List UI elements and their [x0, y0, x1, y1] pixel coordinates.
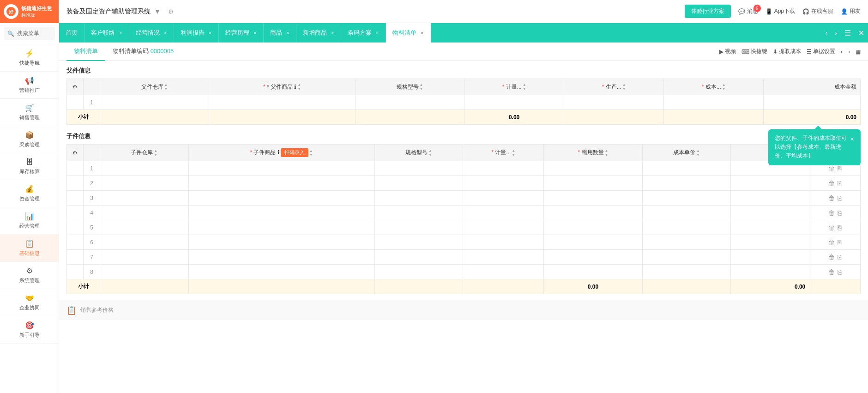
child-warehouse-1[interactable] — [100, 161, 189, 176]
delete-icon-6[interactable]: 🗑 — [828, 239, 835, 246]
parent-unit-cell[interactable] — [464, 95, 564, 110]
tab-bom-close[interactable]: ✕ — [420, 30, 424, 36]
tab-barcode-close[interactable]: ✕ — [375, 30, 379, 36]
sub-tab-bom-list[interactable]: 物料清单 — [66, 42, 105, 61]
sidebar-item-enterprise[interactable]: 🤝 企业协同 — [0, 289, 59, 316]
child-unit-cost-1[interactable] — [642, 161, 731, 176]
child-product-2[interactable] — [188, 176, 374, 191]
child-warehouse-2[interactable] — [100, 176, 189, 191]
search-menu-button[interactable]: 🔍 搜索菜单 — [4, 27, 55, 40]
copy-icon-4[interactable]: ⎘ — [838, 209, 841, 217]
single-settings-icon: ☰ — [807, 48, 812, 55]
sidebar-item-marketing[interactable]: 📢 营销推广 — [0, 72, 59, 99]
sub-tab-bom-code[interactable]: 物料清单编码 0000005 — [105, 42, 181, 61]
shortcut-action[interactable]: ⌨ 快捷键 — [741, 48, 767, 55]
delete-icon-4[interactable]: 🗑 — [828, 209, 835, 217]
tab-home[interactable]: 首页 — [59, 23, 84, 42]
parent-spec-cell[interactable] — [356, 95, 464, 110]
child-product-1[interactable] — [188, 161, 374, 176]
tab-product-close[interactable]: ✕ — [286, 30, 289, 36]
copy-icon-1[interactable]: ⎘ — [838, 165, 841, 172]
system-dropdown-icon[interactable]: ▼ — [154, 8, 161, 15]
tab-barcode[interactable]: 条码方案 ✕ — [341, 23, 386, 42]
tab-profit[interactable]: 利润报告 ✕ — [174, 23, 219, 42]
single-settings-action[interactable]: ☰ 单据设置 — [807, 48, 835, 55]
tab-customer[interactable]: 客户联络 ✕ — [84, 23, 129, 42]
tab-product[interactable]: 商品 ✕ — [264, 23, 296, 42]
child-col-settings[interactable]: ⚙ — [67, 145, 84, 161]
user-action[interactable]: 👤 用友 — [841, 7, 861, 15]
sidebar-item-quick-nav[interactable]: ⚡ 快捷导航 — [0, 44, 59, 72]
tab-bom[interactable]: 物料清单 ✕ — [386, 23, 431, 42]
parent-cost-cell[interactable] — [664, 95, 764, 110]
online-service-action[interactable]: 🎧 在线客服 — [802, 7, 833, 15]
copy-icon-8[interactable]: ⎘ — [838, 268, 841, 276]
nav-next-arrow[interactable]: › — [831, 29, 841, 36]
tab-profit-close[interactable]: ✕ — [208, 30, 212, 36]
tab-customer-close[interactable]: ✕ — [119, 30, 122, 36]
delete-icon-5[interactable]: 🗑 — [828, 224, 835, 231]
child-unit-1[interactable] — [463, 161, 544, 176]
parent-section-title: 父件信息 — [66, 67, 861, 75]
sidebar-item-basic-info[interactable]: 📋 基础信息 — [0, 235, 59, 262]
parent-product-cell[interactable] — [209, 95, 355, 110]
tab-history-close[interactable]: ✕ — [253, 30, 257, 36]
child-qty-2[interactable] — [544, 176, 642, 191]
sidebar-item-purchase[interactable]: 📦 采购管理 — [0, 126, 59, 153]
copy-icon-3[interactable]: ⎘ — [838, 194, 841, 202]
child-spec-2[interactable] — [374, 176, 463, 191]
nav-prev-arrow[interactable]: ‹ — [822, 29, 832, 36]
child-warehouse-3[interactable] — [100, 191, 189, 206]
settings-gear-icon: ⚙ — [72, 84, 78, 90]
experience-button[interactable]: 体验行业方案 — [685, 5, 731, 18]
child-unit-2[interactable] — [463, 176, 544, 191]
keyboard-icon: ⌨ — [741, 48, 749, 55]
settings-button[interactable]: ⚙ — [168, 8, 174, 15]
copy-icon-2[interactable]: ⎘ — [838, 180, 841, 187]
child-spec-3[interactable] — [374, 191, 463, 206]
close-window-button[interactable]: ✕ — [855, 29, 868, 37]
child-unit-cost-2[interactable] — [642, 176, 731, 191]
child-unit-3[interactable] — [463, 191, 544, 206]
child-qty-3[interactable] — [544, 191, 642, 206]
sidebar-item-inventory[interactable]: 🗄 库存核算 — [0, 153, 59, 180]
tab-operations[interactable]: 经营情况 ✕ — [129, 23, 174, 42]
nav-forward-icon[interactable]: › — [848, 48, 850, 55]
sidebar-item-guide[interactable]: 🎯 新手引导 — [0, 316, 59, 344]
tab-new-product-close[interactable]: ✕ — [331, 30, 334, 36]
copy-icon-6[interactable]: ⎘ — [838, 239, 841, 246]
parent-production-cell[interactable] — [564, 95, 664, 110]
delete-icon-2[interactable]: 🗑 — [828, 180, 835, 187]
extract-cost-action[interactable]: ⬇ 提取成本 — [773, 48, 801, 55]
app-download-action[interactable]: 📱 App下载 — [766, 7, 795, 15]
child-unit-cost-3[interactable] — [642, 191, 731, 206]
message-action[interactable]: 💬 消息 6 — [738, 7, 758, 15]
copy-icon-5[interactable]: ⎘ — [838, 224, 841, 231]
child-product-3[interactable] — [188, 191, 374, 206]
delete-icon-8[interactable]: 🗑 — [828, 268, 835, 276]
parent-col-settings[interactable]: ⚙ — [67, 79, 84, 95]
tooltip-close-button[interactable]: × — [850, 134, 854, 144]
delete-icon-3[interactable]: 🗑 — [828, 194, 835, 202]
child-col-product: * 子件商品 ℹ 扫码录入 ▲▼ — [188, 145, 374, 161]
nav-back-icon[interactable]: ‹ — [841, 48, 843, 55]
tab-operations-close[interactable]: ✕ — [163, 30, 167, 36]
tab-new-product[interactable]: 新增商品 ✕ — [296, 23, 341, 42]
grid-view-icon[interactable]: ▦ — [856, 48, 861, 55]
sidebar-item-finance[interactable]: 💰 资金管理 — [0, 180, 59, 207]
scan-input-button[interactable]: 扫码录入 — [281, 148, 308, 157]
sidebar-item-sales[interactable]: 🛒 销售管理 — [0, 99, 59, 126]
bottom-bar-icon[interactable]: 📋 — [66, 305, 77, 315]
row-settings-cell — [67, 95, 84, 110]
sidebar-item-operations[interactable]: 📊 经营管理 — [0, 207, 59, 235]
parent-warehouse-cell[interactable] — [100, 95, 209, 110]
child-spec-1[interactable] — [374, 161, 463, 176]
delete-icon-7[interactable]: 🗑 — [828, 254, 835, 261]
close-all-tabs-button[interactable]: ☰ — [841, 29, 855, 37]
delete-icon-1[interactable]: 🗑 — [828, 165, 835, 172]
child-qty-1[interactable] — [544, 161, 642, 176]
copy-icon-7[interactable]: ⎘ — [838, 254, 841, 261]
tab-history[interactable]: 经营历程 ✕ — [219, 23, 264, 42]
sidebar-item-system[interactable]: ⚙ 系统管理 — [0, 262, 59, 289]
view-action[interactable]: ▶ 视频 — [719, 48, 736, 55]
